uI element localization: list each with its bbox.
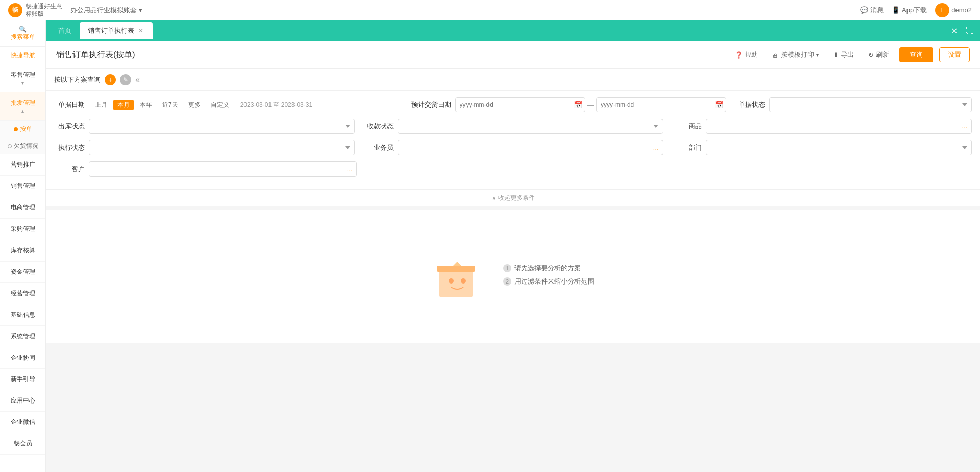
export-icon: ⬇ xyxy=(833,51,839,59)
expand-icon[interactable]: ⛶ xyxy=(964,24,976,37)
sidebar-item-sales[interactable]: 销售管理 xyxy=(0,176,45,197)
sidebar-item-newcomer[interactable]: 新手引导 xyxy=(0,369,45,390)
sidebar-item-marketing[interactable]: 营销推广 xyxy=(0,154,45,176)
calendar-end-icon[interactable]: 📅 xyxy=(715,101,723,109)
tab-bar: 首页 销售订单执行表 ✕ ✕ ⛶ xyxy=(46,20,980,41)
sidebar-item-basic[interactable]: 基础信息 xyxy=(0,304,45,326)
help-btn[interactable]: ❓ 帮助 xyxy=(730,48,762,61)
template-print-btn[interactable]: 🖨 按模板打印 ▾ xyxy=(768,48,823,61)
main-layout: 🔍 搜索菜单 快捷导航 零售管理 ▾ 批发管理 ▴ 按单 欠货情况 营销推 xyxy=(0,20,980,472)
search-icon: 🔍 xyxy=(19,26,27,33)
sidebar-item-enterprise-coop[interactable]: 企业协同 xyxy=(0,347,45,369)
date-tab-more[interactable]: 更多 xyxy=(184,100,205,110)
filter-field-department: 部门 xyxy=(671,140,972,155)
department-label: 部门 xyxy=(671,143,702,152)
sidebar-quick-nav[interactable]: 快捷导航 xyxy=(0,47,45,64)
breadcrumb[interactable]: 办公用品行业模拟账套 ▾ xyxy=(70,6,142,15)
avatar: E xyxy=(935,3,949,17)
salesperson-input[interactable] xyxy=(398,140,664,155)
out-status-label: 出库状态 xyxy=(54,122,85,131)
out-status-select[interactable] xyxy=(89,119,355,134)
empty-hint-2: 2 用过滤条件来缩小分析范围 xyxy=(503,277,594,286)
filter-field-exec-status: 执行状态 xyxy=(54,140,355,155)
filter-field-doc-status: 单据状态 xyxy=(734,97,972,112)
collapse-bar[interactable]: ∧ 收起更多条件 xyxy=(46,189,980,206)
svg-rect-0 xyxy=(439,269,473,297)
close-window-icon[interactable]: ✕ xyxy=(949,24,960,38)
chevron-icon: ▾ xyxy=(21,80,24,86)
print-arrow-icon: ▾ xyxy=(816,52,819,58)
query-button[interactable]: 查询 xyxy=(899,47,933,62)
app-download-btn[interactable]: 📱 App下载 xyxy=(892,6,927,15)
receipt-status-label: 收款状态 xyxy=(363,122,394,131)
tab-bar-right: ✕ ⛶ xyxy=(949,24,976,38)
sidebar-item-purchase[interactable]: 采购管理 xyxy=(0,219,45,240)
sidebar-item-wholesale[interactable]: 批发管理 ▴ xyxy=(0,92,45,121)
hint-number-1: 1 xyxy=(503,264,511,272)
date-tab-current-year[interactable]: 本年 xyxy=(136,100,156,110)
filter-field-out-status: 出库状态 xyxy=(54,119,355,134)
doc-status-select[interactable] xyxy=(769,97,972,112)
filter-field-receipt-status: 收款状态 xyxy=(363,119,664,134)
refresh-btn[interactable]: ↻ 刷新 xyxy=(864,48,893,61)
content-area: 销售订单执行表(按单) ❓ 帮助 🖨 按模板打印 ▾ ⬇ 导出 xyxy=(46,41,980,472)
sidebar-item-finance[interactable]: 资金管理 xyxy=(0,262,45,283)
header-left: 畅 畅捷通好生意 标账版 办公用品行业模拟账套 ▾ xyxy=(8,3,142,17)
sidebar-sub-item-order[interactable]: 按单 xyxy=(0,121,45,137)
date-tab-last7days[interactable]: 近7天 xyxy=(158,100,182,110)
page-actions: ❓ 帮助 🖨 按模板打印 ▾ ⬇ 导出 ↻ 刷新 xyxy=(730,47,970,62)
sidebar-item-retail[interactable]: 零售管理 ▾ xyxy=(0,64,45,92)
filter-field-customer: 客户 … xyxy=(54,161,357,177)
receipt-status-wrap xyxy=(398,119,664,134)
svg-point-3 xyxy=(461,278,466,284)
empty-illustration xyxy=(432,251,483,302)
sidebar-item-system[interactable]: 系统管理 xyxy=(0,326,45,347)
filter-row-3: 执行状态 业务员 … xyxy=(54,140,972,155)
user-menu[interactable]: E demo2 xyxy=(935,3,972,17)
sidebar-sub-item-debt[interactable]: 欠货情况 xyxy=(0,137,45,154)
tab-home[interactable]: 首页 xyxy=(50,22,80,39)
date-tab-last-month[interactable]: 上月 xyxy=(91,100,111,110)
chevron-up-icon: ▴ xyxy=(21,108,24,114)
department-select[interactable] xyxy=(706,140,972,155)
header-right: 💬 消息 📱 App下载 E demo2 xyxy=(860,3,972,17)
svg-point-2 xyxy=(449,278,454,284)
sidebar-search[interactable]: 🔍 搜索菜单 xyxy=(0,20,45,47)
sidebar-item-operations[interactable]: 经营管理 xyxy=(0,283,45,304)
salesperson-label: 业务员 xyxy=(363,143,394,152)
filter-row-2: 出库状态 收款状态 xyxy=(54,119,972,134)
active-dot xyxy=(14,127,18,131)
sidebar-item-inventory[interactable]: 库存核算 xyxy=(0,240,45,262)
receipt-status-select[interactable] xyxy=(398,119,664,134)
refresh-icon: ↻ xyxy=(868,51,874,59)
expected-date-start-input[interactable] xyxy=(455,97,585,112)
customer-input[interactable] xyxy=(89,161,357,177)
message-btn[interactable]: 💬 消息 xyxy=(860,6,884,15)
top-header: 畅 畅捷通好生意 标账版 办公用品行业模拟账套 ▾ 💬 消息 📱 App下载 E… xyxy=(0,0,980,20)
export-btn[interactable]: ⬇ 导出 xyxy=(829,48,858,61)
tab-sales-order[interactable]: 销售订单执行表 ✕ xyxy=(80,22,153,39)
expected-date-label: 预计交货日期 xyxy=(410,100,451,109)
exec-status-select[interactable] xyxy=(89,140,355,155)
filter-scheme-label: 按以下方案查询 xyxy=(54,75,101,84)
doc-status-label: 单据状态 xyxy=(734,100,765,109)
tab-close-icon[interactable]: ✕ xyxy=(137,26,144,35)
sidebar-item-member[interactable]: 畅会员 xyxy=(0,433,45,455)
filter-collapse-btn[interactable]: « xyxy=(135,75,140,84)
expected-date-end-input[interactable] xyxy=(596,97,726,112)
sidebar-item-ecommerce[interactable]: 电商管理 xyxy=(0,197,45,219)
filter-add-btn[interactable]: + xyxy=(105,74,116,85)
date-label: 单据日期 xyxy=(54,100,85,109)
sidebar-item-enterprise-wechat[interactable]: 企业微信 xyxy=(0,412,45,433)
hint-number-2: 2 xyxy=(503,277,511,286)
sidebar-item-app-center[interactable]: 应用中心 xyxy=(0,390,45,412)
goods-wrap: … xyxy=(706,119,972,134)
logo-text: 畅捷通好生意 标账版 xyxy=(26,3,62,17)
date-tab-current-month[interactable]: 本月 xyxy=(113,100,134,110)
calendar-start-icon[interactable]: 📅 xyxy=(574,101,582,109)
date-range-display: 2023-03-01 至 2023-03-31 xyxy=(240,101,312,109)
settings-button[interactable]: 设置 xyxy=(939,47,970,62)
goods-input[interactable] xyxy=(706,119,972,134)
date-tab-custom[interactable]: 自定义 xyxy=(207,100,233,110)
filter-edit-btn[interactable]: ✎ xyxy=(120,74,131,85)
